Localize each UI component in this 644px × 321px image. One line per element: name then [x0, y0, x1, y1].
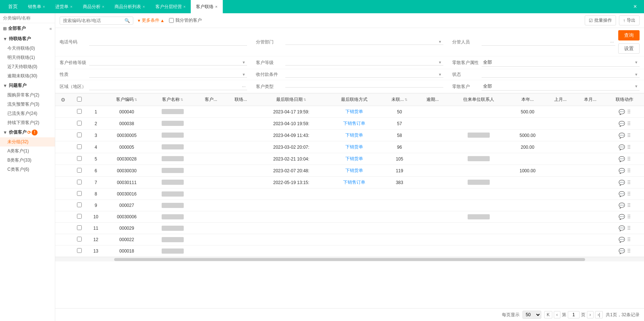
filter-select-status[interactable]: ▼: [482, 72, 640, 78]
chat-icon[interactable]: 💬: [619, 214, 625, 220]
scrollbar-thumb[interactable]: [114, 258, 585, 261]
col-contact-person[interactable]: 往来单位联系人: [447, 94, 510, 106]
sidebar-item-today-pending[interactable]: 今天待联络(0): [0, 44, 55, 53]
chat-icon[interactable]: 💬: [619, 144, 625, 150]
nav-tab-customer-segment[interactable]: 客户分层经营×: [150, 0, 191, 13]
row-checkbox[interactable]: [71, 188, 88, 200]
horizontal-scrollbar[interactable]: [55, 257, 644, 261]
chat-icon[interactable]: 💬: [619, 191, 625, 197]
row-checkbox[interactable]: [71, 153, 88, 165]
col-this-year[interactable]: 本年...: [510, 94, 545, 106]
col-settings[interactable]: ⚙: [55, 94, 71, 106]
chat-icon[interactable]: 💬: [619, 225, 625, 231]
sidebar-item-churned[interactable]: 已流失客户(24): [0, 109, 55, 118]
sidebar-item-class-a[interactable]: A类客户(1): [0, 147, 55, 156]
nav-home[interactable]: 首页: [3, 0, 23, 13]
page-input[interactable]: [568, 311, 580, 318]
sidebar-collapse-button[interactable]: «: [49, 26, 52, 31]
filter-input-phone[interactable]: [89, 39, 247, 46]
chat-icon[interactable]: 💬: [619, 133, 625, 138]
settings-button[interactable]: 设置: [618, 43, 640, 54]
more-icon[interactable]: ⠿: [627, 144, 631, 150]
row-checkbox[interactable]: [71, 106, 88, 118]
sidebar-group-value[interactable]: ▼ 价值客户 ⟳ !: [0, 127, 55, 137]
next-page-button[interactable]: ›: [587, 311, 594, 318]
col-name[interactable]: 客户名称 ⇅: [149, 94, 196, 106]
col-this-month[interactable]: 本月...: [575, 94, 605, 106]
sidebar-item-declining[interactable]: 持续下滑客户(2): [0, 118, 55, 127]
row-checkbox[interactable]: [71, 165, 88, 177]
row-checkbox[interactable]: [71, 234, 88, 246]
filter-select-customer-grade[interactable]: ▼: [285, 60, 443, 66]
export-button[interactable]: ↑ 导出: [619, 15, 640, 25]
sidebar-item-ungrouped[interactable]: 未分组(32): [0, 137, 55, 147]
nav-tab-purchase[interactable]: 进货单×: [50, 0, 77, 13]
row-last-contact-method[interactable]: 下销货单: [327, 153, 381, 165]
col-uncontacted[interactable]: 未联... ⇅: [381, 94, 418, 106]
chat-icon[interactable]: 💬: [619, 248, 625, 254]
col-code[interactable]: 客户编码 ⇅: [104, 94, 149, 106]
refresh-icon[interactable]: ⟳: [27, 130, 31, 135]
sidebar-item-7day-pending[interactable]: 近7天待联络(0): [0, 62, 55, 71]
sidebar-item-tomorrow-pending[interactable]: 明天待联络(1): [0, 53, 55, 62]
row-last-contact-method[interactable]: 下销货单: [327, 165, 381, 177]
filter-select-nature[interactable]: ▼: [89, 72, 247, 78]
more-icon[interactable]: ⠿: [627, 248, 631, 254]
row-checkbox[interactable]: [71, 141, 88, 153]
more-icon[interactable]: ⠿: [627, 214, 631, 220]
prev-page-button[interactable]: ‹: [554, 311, 560, 318]
row-checkbox[interactable]: [71, 246, 88, 257]
row-checkbox[interactable]: [71, 223, 88, 234]
filter-select-dept[interactable]: ▼: [285, 39, 443, 45]
more-icon[interactable]: ⠿: [627, 168, 631, 174]
col-overdue[interactable]: 逾期...: [418, 94, 447, 106]
more-icon[interactable]: ⠿: [627, 202, 631, 208]
more-icon[interactable]: ⠿: [627, 191, 631, 197]
nav-tab-sales[interactable]: 销售单×: [23, 0, 50, 13]
row-last-contact-method[interactable]: 下销货单: [327, 130, 381, 141]
chat-icon[interactable]: 💬: [619, 109, 625, 115]
filter-select-retail-customer[interactable]: 全部▼: [482, 82, 640, 91]
filter-select-price-grade[interactable]: ▼: [89, 60, 247, 66]
row-last-contact-method[interactable]: 下销售订单: [327, 177, 381, 188]
more-icon[interactable]: ⠿: [627, 180, 631, 186]
more-icon[interactable]: ⠿: [627, 225, 631, 231]
filter-more-conditions[interactable]: ▼ 更多条件 ▲: [137, 17, 165, 24]
sidebar-item-abnormal-hoard[interactable]: 囤购异常客户(2): [0, 91, 55, 100]
sidebar-item-class-c[interactable]: C类客户(6): [0, 165, 55, 174]
nav-tab-product-analysis-list[interactable]: 商品分析列表×: [109, 0, 150, 13]
select-all-checkbox[interactable]: [77, 97, 82, 102]
nav-tab-customer-contact[interactable]: 客户联络×: [191, 0, 222, 13]
sidebar-search-input[interactable]: [3, 15, 55, 21]
chat-icon[interactable]: 💬: [619, 168, 625, 174]
chat-icon[interactable]: 💬: [619, 180, 625, 186]
sidebar-item-churn-warning[interactable]: 流失预警客户(3): [0, 100, 55, 109]
more-icon[interactable]: ⠿: [627, 133, 631, 138]
more-icon[interactable]: ⠿: [627, 156, 631, 162]
nav-tab-product-analysis[interactable]: 商品分析×: [78, 0, 109, 13]
col-contact[interactable]: 联络...: [226, 94, 256, 106]
row-last-contact-method[interactable]: 下销货单: [327, 141, 381, 153]
per-page-select[interactable]: 50 100: [522, 311, 541, 319]
more-icon[interactable]: ⠿: [627, 121, 631, 127]
window-close-button[interactable]: ×: [629, 0, 641, 13]
filter-select-retail-attr[interactable]: 全部▼: [482, 59, 640, 67]
filter-my-customers[interactable]: 我分管的客户: [169, 17, 202, 24]
col-last-contact-method[interactable]: 最后联络方式: [327, 94, 381, 106]
col-last-contact-date[interactable]: 最后联络日期 ⇅: [256, 94, 327, 106]
sidebar-item-overdue-pending[interactable]: 逾期未联络(30): [0, 71, 55, 81]
batch-action-button[interactable]: ☑ 批量操作: [585, 15, 616, 25]
last-page-button[interactable]: ›|: [595, 311, 603, 318]
first-page-button[interactable]: K: [544, 311, 552, 318]
my-customers-checkbox[interactable]: [169, 18, 174, 23]
search-button[interactable]: 查询: [618, 30, 640, 40]
filter-select-customer-type[interactable]: [285, 86, 443, 88]
col-last-month[interactable]: 上月...: [545, 94, 575, 106]
col-checkbox[interactable]: [71, 94, 88, 106]
more-icon[interactable]: ⠿: [627, 237, 631, 243]
filter-search-input[interactable]: [63, 18, 124, 23]
row-checkbox[interactable]: [71, 177, 88, 188]
row-checkbox[interactable]: [71, 200, 88, 211]
row-checkbox[interactable]: [71, 211, 88, 223]
sidebar-group-pending[interactable]: ▼ 待联络客户: [0, 34, 55, 44]
